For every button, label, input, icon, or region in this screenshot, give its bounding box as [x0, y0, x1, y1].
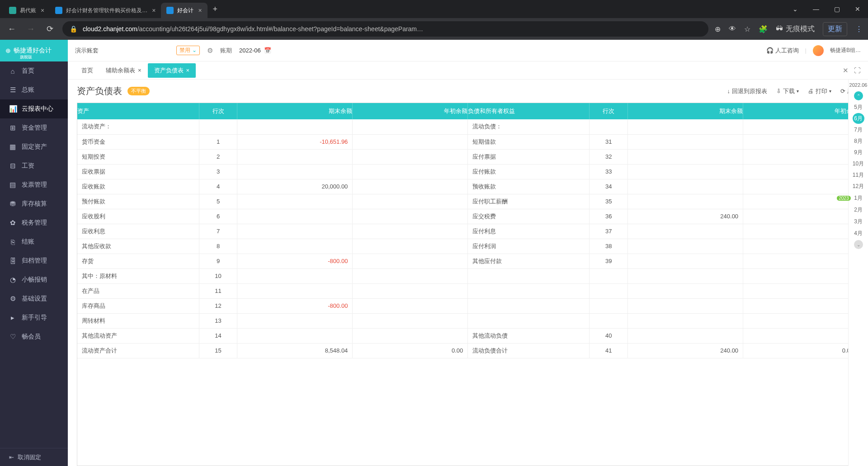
table-row[interactable]: 在产品 11 — [77, 283, 859, 298]
sidebar-item[interactable]: ⌂ 首页 — [0, 61, 68, 80]
app-logo[interactable]: ⊕ 畅捷通好会计 旗舰版 — [0, 40, 68, 61]
table-row[interactable]: 应收利息 7 应付利息 37 — [77, 224, 859, 239]
tab-close-icon[interactable]: × — [152, 7, 156, 14]
disable-badge[interactable]: 禁用⌄ — [176, 46, 200, 55]
update-button[interactable]: 更新 — [823, 22, 847, 36]
browser-tab[interactable]: 好会计财务管理软件购买价格及… × — [50, 3, 161, 18]
back-button[interactable]: ← — [5, 24, 18, 34]
table-row[interactable]: 货币资金 1 -10,651.96 短期借款 31 — [77, 134, 859, 149]
sidebar-item[interactable]: ⎘ 结账 — [0, 232, 68, 251]
cell-asset-row: 12 — [199, 298, 237, 313]
period-picker[interactable]: 2022-06 📅 — [239, 47, 271, 54]
download-button[interactable]: ⇩下载▾ — [776, 87, 799, 95]
page-tab[interactable]: 辅助余额表× — [99, 63, 148, 78]
sidebar-item-label: 畅会员 — [22, 333, 41, 341]
month-item[interactable]: 8月 — [853, 136, 864, 146]
unpin-button[interactable]: ⇤ 取消固定 — [0, 448, 68, 466]
browser-tab[interactable]: 好会计 × — [161, 3, 207, 18]
more-menu-icon[interactable]: ⋮ — [855, 25, 863, 33]
menu-icon: ⎘ — [9, 238, 16, 246]
unpin-label: 取消固定 — [18, 453, 41, 461]
month-next-button[interactable]: ⌄ — [854, 240, 863, 249]
fullscreen-icon[interactable]: ⛶ — [854, 66, 861, 75]
table-row[interactable]: 应收票据 3 应付账款 33 — [77, 164, 859, 179]
table-row[interactable]: 其他应收款 8 应付利润 38 — [77, 239, 859, 254]
sidebar-item[interactable]: ▤ 发票管理 — [0, 175, 68, 194]
sidebar-item[interactable]: ⛃ 库存核算 — [0, 194, 68, 213]
maximize-button[interactable]: ▢ — [826, 0, 847, 18]
print-button[interactable]: 🖨打印▾ — [808, 87, 831, 95]
account-name[interactable]: 演示账套 — [75, 47, 99, 55]
tab-close-icon[interactable]: × — [41, 7, 44, 14]
table-row[interactable]: 应收账款 4 20,000.00 预收账款 34 — [77, 179, 859, 194]
table-row[interactable]: 其他流动资产 14 其他流动负债 40 — [77, 328, 859, 343]
browser-tab[interactable]: 易代账 × — [4, 3, 50, 18]
table-row[interactable]: 流动资产合计 15 8,548.04 0.00 流动负债合计 41 240.00… — [77, 343, 859, 358]
cell-liab-begin: 0.00 — [743, 343, 859, 358]
cell-asset-begin — [353, 134, 468, 149]
eye-off-icon[interactable]: 👁 — [729, 25, 736, 33]
tab-close-icon[interactable]: × — [198, 7, 202, 14]
month-item[interactable]: 9月 — [853, 147, 864, 158]
cell-asset-name: 周转材料 — [77, 313, 199, 328]
table-row[interactable]: 应收股利 6 应交税费 36 240.00 — [77, 209, 859, 224]
rollback-button[interactable]: ↓回退到原报表 — [727, 87, 768, 95]
favicon — [9, 7, 16, 14]
table-row[interactable]: 周转材料 13 — [77, 313, 859, 328]
sidebar-item[interactable]: ◔ 小畅报销 — [0, 270, 68, 289]
month-item[interactable]: 7月 — [853, 124, 864, 135]
user-name[interactable]: 畅捷通B组… — [830, 47, 861, 54]
search-page-icon[interactable]: ⊕ — [715, 25, 721, 33]
chevron-down-icon[interactable]: ⌄ — [785, 0, 806, 18]
customer-service-link[interactable]: 🎧 人工咨询 — [766, 47, 799, 55]
month-item[interactable]: 4月 — [853, 228, 864, 239]
minimize-button[interactable]: ― — [806, 0, 826, 18]
table-row[interactable]: 短期投资 2 应付票据 32 — [77, 149, 859, 164]
sidebar-item[interactable]: ⚙ 基础设置 — [0, 289, 68, 308]
month-item[interactable]: 5月 — [853, 102, 864, 113]
settings-icon[interactable]: ⚙ — [207, 47, 213, 55]
bookmark-icon[interactable]: ☆ — [744, 25, 750, 33]
table-row[interactable]: 库存商品 12 -800.00 — [77, 298, 859, 313]
cell-asset-row: 1 — [199, 134, 237, 149]
cell-liab-begin — [743, 179, 859, 194]
cell-asset-end: -800.00 — [237, 254, 353, 268]
sidebar-item[interactable]: ☰ 总账 — [0, 80, 68, 99]
table-row[interactable]: 其中：原材料 10 — [77, 268, 859, 283]
sidebar-item[interactable]: ▦ 固定资产 — [0, 137, 68, 156]
sidebar-item[interactable]: 🗄 归档管理 — [0, 251, 68, 270]
incognito-badge: 🕶 无痕模式 — [776, 24, 815, 34]
extension-icon[interactable]: 🧩 — [759, 25, 768, 33]
month-item[interactable]: 10月 — [853, 158, 864, 169]
sidebar-item[interactable]: ⊟ 工资 — [0, 156, 68, 175]
new-tab-button[interactable]: + — [208, 5, 223, 14]
month-prev-button[interactable]: ⌃ — [854, 91, 863, 100]
reload-button[interactable]: ⟳ — [43, 24, 56, 34]
month-item[interactable]: 2月 — [853, 204, 864, 215]
month-panel: 2022.06 ⌃ 5月6月7月8月9月10月11月12月 20231月2月3月… — [848, 80, 868, 466]
close-all-tabs-icon[interactable]: ✕ — [843, 66, 849, 75]
avatar[interactable] — [813, 45, 824, 56]
month-item[interactable]: 11月 — [853, 169, 864, 180]
cell-liab-end — [628, 194, 743, 209]
table-row[interactable]: 预付账款 5 应付职工薪酬 35 — [77, 194, 859, 209]
month-item[interactable]: 12月 — [853, 181, 864, 192]
table-row[interactable]: 存货 9 -800.00 其他应付款 39 — [77, 254, 859, 268]
page-tab[interactable]: 资产负债表× — [148, 63, 196, 78]
sidebar-item[interactable]: 📊 云报表中心 — [0, 99, 68, 118]
month-item[interactable]: 6月 — [853, 113, 864, 124]
url-input[interactable]: 🔒 cloud2.chanjet.com/accounting/uh26t264… — [62, 21, 708, 37]
tab-close-icon[interactable]: × — [186, 67, 190, 74]
cell-asset-row: 9 — [199, 254, 237, 268]
cell-asset-name: 短期投资 — [77, 149, 199, 164]
page-tab[interactable]: 首页 — [75, 63, 99, 78]
table-row[interactable]: 流动资产： 流动负债： — [77, 119, 859, 134]
month-item[interactable]: 3月 — [853, 216, 864, 227]
close-window-button[interactable]: ✕ — [847, 0, 868, 18]
sidebar-item[interactable]: ✿ 税务管理 — [0, 213, 68, 232]
sidebar-item[interactable]: ♡ 畅会员 — [0, 327, 68, 346]
sidebar-item[interactable]: ▸ 新手引导 — [0, 308, 68, 327]
month-item[interactable]: 1月 — [853, 193, 864, 203]
tab-close-icon[interactable]: × — [138, 67, 142, 74]
sidebar-item[interactable]: ⊞ 资金管理 — [0, 118, 68, 137]
